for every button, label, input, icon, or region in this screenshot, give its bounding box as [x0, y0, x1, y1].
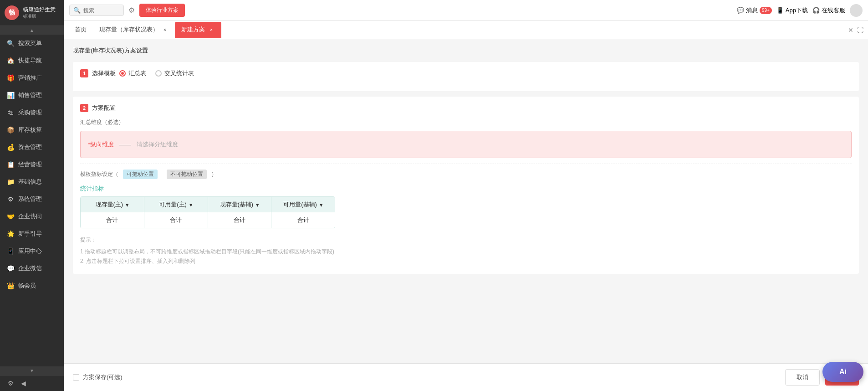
step1-section: 1 选择模板 汇总表 交叉统计表 — [73, 62, 859, 91]
stats-data-col1: 合计 — [81, 212, 144, 228]
stats-title: 统计指标 — [80, 185, 852, 193]
management-icon: 📋 — [6, 160, 15, 169]
sidebar-nav: 🔍 搜索菜单 🏠 快捷导航 🎁 营销推广 📊 销售管理 🛍 采购管理 📦 库存核… — [0, 35, 64, 366]
radio-cross-circle — [155, 70, 162, 77]
sidebar-item-cooperation[interactable]: 🤝 企业协同 — [0, 208, 64, 225]
stats-data-col2: 合计 — [144, 212, 208, 228]
sidebar-item-system[interactable]: ⚙ 系统管理 — [0, 190, 64, 208]
dimension-area[interactable]: *纵向维度 —— 请选择分组维度 — [80, 131, 852, 158]
sidebar-item-quick-nav[interactable]: 🏠 快捷导航 — [0, 52, 64, 69]
gear-icon[interactable]: ⚙ — [128, 6, 135, 15]
basic-info-icon: 📁 — [6, 178, 15, 186]
inventory-icon: 📦 — [6, 126, 15, 134]
cancel-button[interactable]: 取消 — [785, 369, 820, 386]
sidebar-item-basic-info[interactable]: 📁 基础信息 — [0, 173, 64, 190]
sidebar: 畅 畅康通好生意 标准版 ▲ 🔍 搜索菜单 🏠 快捷导航 🎁 营销推广 📊 销售… — [0, 0, 64, 391]
sidebar-item-marketing[interactable]: 🎁 营销推广 — [0, 69, 64, 87]
purchase-icon: 🛍 — [6, 108, 15, 117]
sidebar-scroll-up[interactable]: ▲ — [0, 26, 64, 35]
draggable-indicator: 可拖动位置 — [123, 170, 158, 179]
indicator-label-suffix: ） — [211, 170, 217, 178]
tab-new-scheme[interactable]: 新建方案 × — [175, 22, 221, 38]
stats-header-col2[interactable]: 可用量(主) ▾ — [144, 197, 208, 212]
messages-btn[interactable]: 💬 消息 99+ — [737, 6, 772, 15]
sidebar-item-search[interactable]: 🔍 搜索菜单 — [0, 35, 64, 52]
home-icon: 🏠 — [6, 57, 15, 65]
settings-icon[interactable]: ⚙ — [6, 379, 15, 387]
indicators-row: 模板指标设定（ 可拖动位置 不可拖动位置 ） — [80, 170, 852, 179]
page-content: 现存量(库存状况表)方案设置 1 选择模板 汇总表 交叉统计表 — [64, 39, 868, 363]
sidebar-item-app-center[interactable]: 📱 应用中心 — [0, 242, 64, 260]
sidebar-item-wechat[interactable]: 💬 企业微信 — [0, 260, 64, 277]
industry-btn[interactable]: 体验行业方案 — [139, 4, 185, 17]
sidebar-item-purchase[interactable]: 🛍 采购管理 — [0, 104, 64, 121]
step1-badge: 1 — [80, 69, 88, 77]
sidebar-item-management[interactable]: 📋 经营管理 — [0, 156, 64, 173]
tab-home[interactable]: 首页 — [68, 22, 93, 38]
tab-close-all-icon[interactable]: ✕ — [848, 26, 853, 34]
stats-header-row: 现存量(主) ▾ 可用量(主) ▾ 现存量(基辅) ▾ 可用量(基辅) ▾ — [81, 197, 335, 212]
save-checkbox[interactable]: 方案保存(可选) — [73, 373, 123, 381]
avatar[interactable] — [850, 4, 863, 17]
tab-inventory-close[interactable]: × — [161, 26, 168, 33]
checkbox-box — [73, 374, 79, 381]
search-box[interactable]: 🔍 — [69, 5, 124, 16]
sidebar-footer: ⚙ ◀ — [0, 375, 64, 391]
aggregate-dimension-label: 汇总维度（必选） — [80, 118, 852, 126]
online-service-btn[interactable]: 🎧 在线客服 — [812, 6, 845, 15]
stats-header-col4[interactable]: 可用量(基辅) ▾ — [271, 197, 335, 212]
tips-item2: 2. 点击标题栏下拉可设置排序、插入列和删除列 — [80, 257, 852, 267]
topbar-right: 💬 消息 99+ 📱 App下载 🎧 在线客服 — [737, 4, 863, 17]
main-area: 🔍 ⚙ 体验行业方案 💬 消息 99+ 📱 App下载 🎧 在线客服 首页 — [64, 0, 868, 391]
app-download-btn[interactable]: 📱 App下载 — [776, 6, 808, 15]
search-box-icon: 🔍 — [73, 7, 81, 14]
topbar: 🔍 ⚙ 体验行业方案 💬 消息 99+ 📱 App下载 🎧 在线客服 — [64, 0, 868, 21]
tab-maximize-icon[interactable]: ⛶ — [857, 26, 863, 34]
dropdown-icon-col2: ▾ — [189, 201, 193, 208]
page-footer: 方案保存(可选) 取消 查询 — [64, 363, 868, 391]
radio-summary-table[interactable]: 汇总表 — [119, 69, 146, 77]
tabs-right-controls: ✕ ⛶ — [848, 26, 863, 34]
headset-icon: 🎧 — [812, 7, 820, 14]
gift-icon: 🎁 — [6, 74, 15, 82]
page-title: 现存量(库存状况表)方案设置 — [73, 46, 859, 55]
dropdown-icon-col3: ▾ — [256, 201, 259, 208]
stats-data-row: 合计 合计 合计 合计 — [81, 212, 335, 228]
tab-inventory[interactable]: 现存量（库存状况表） × — [93, 22, 175, 38]
tab-new-scheme-close[interactable]: × — [208, 26, 215, 33]
dim-required-label: *纵向维度 — [88, 140, 114, 149]
stats-header-col1[interactable]: 现存量(主) ▾ — [81, 197, 144, 212]
collapse-icon[interactable]: ◀ — [19, 379, 27, 387]
sidebar-item-sales[interactable]: 📊 销售管理 — [0, 87, 64, 104]
sidebar-item-inventory[interactable]: 📦 库存核算 — [0, 121, 64, 139]
cooperation-icon: 🤝 — [6, 212, 15, 221]
tips-title: 提示： — [80, 235, 852, 245]
step2-title: 方案配置 — [92, 104, 116, 112]
sidebar-item-member[interactable]: 👑 畅会员 — [0, 277, 64, 294]
logo-area: 畅 畅康通好生意 标准版 — [0, 0, 64, 26]
step2-header: 2 方案配置 — [80, 104, 852, 112]
search-icon: 🔍 — [6, 39, 15, 47]
sidebar-item-guide[interactable]: 🌟 新手引导 — [0, 225, 64, 242]
radio-summary-circle — [119, 70, 126, 77]
stats-data-col3: 合计 — [208, 212, 272, 228]
radio-cross-table[interactable]: 交叉统计表 — [155, 69, 194, 77]
tabs-bar: 首页 现存量（库存状况表） × 新建方案 × ✕ ⛶ — [64, 21, 868, 39]
divider1 — [80, 164, 852, 164]
sidebar-scroll-down[interactable]: ▼ — [0, 366, 64, 375]
template-radio-group: 汇总表 交叉统计表 — [119, 69, 194, 77]
sidebar-item-finance[interactable]: 💰 资金管理 — [0, 139, 64, 156]
search-input[interactable] — [83, 7, 120, 14]
system-icon: ⚙ — [6, 195, 15, 203]
stats-data-col4: 合计 — [271, 212, 335, 228]
wechat-icon: 💬 — [6, 264, 15, 273]
dropdown-icon-col4: ▾ — [320, 201, 323, 208]
sales-icon: 📊 — [6, 91, 15, 99]
step2-section: 2 方案配置 汇总维度（必选） *纵向维度 —— 请选择分组维度 模板指标设定（… — [73, 97, 859, 274]
ai-float-button[interactable]: Ai — [822, 362, 863, 382]
dim-placeholder: 请选择分组维度 — [137, 140, 178, 149]
step2-badge: 2 — [80, 104, 88, 112]
non-draggable-indicator: 不可拖动位置 — [167, 170, 207, 179]
logo-icon: 畅 — [5, 5, 19, 20]
stats-header-col3[interactable]: 现存量(基辅) ▾ — [208, 197, 272, 212]
